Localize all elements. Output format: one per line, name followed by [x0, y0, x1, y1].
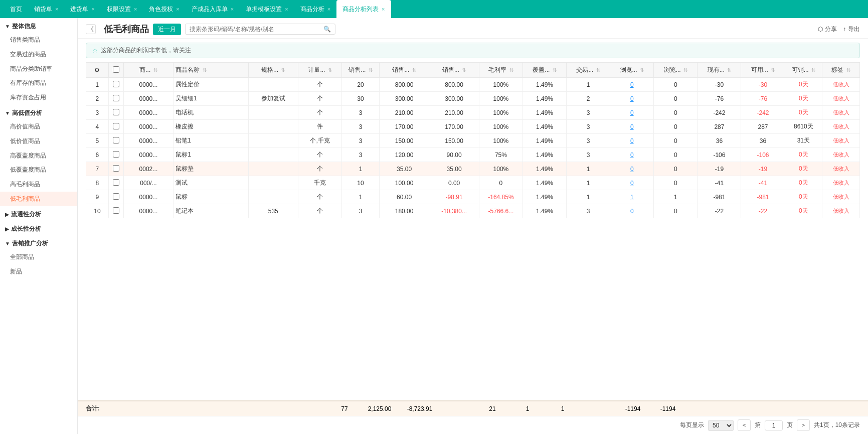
sidebar-item-traded-products[interactable]: 交易过的商品 [0, 47, 77, 62]
nav-close-auth-settings[interactable]: × [134, 6, 137, 12]
cell-spec: 参加复试 [248, 92, 298, 106]
nav-close-product-analysis-list[interactable]: × [382, 6, 385, 12]
sidebar-item-capital-usage[interactable]: 库存资金占用 [0, 90, 77, 105]
next-page-button[interactable]: ＞ [797, 419, 810, 431]
sidebar-group-value-analysis[interactable]: ▼ 高低值分析 [0, 105, 77, 119]
cell-price1: 150.00 [379, 134, 429, 148]
date-filter-button[interactable]: 近一月 [153, 24, 181, 35]
page-size-select[interactable]: 20 50 100 [708, 420, 734, 431]
th-settings[interactable]: ⚙ [86, 63, 109, 78]
th-browse2[interactable]: 浏览... ⇅ [654, 63, 698, 78]
sidebar-item-new-products[interactable]: 新品 [0, 264, 77, 279]
sidebar-item-high-coverage[interactable]: 高覆盖度商品 [0, 149, 77, 163]
cell-checkbox[interactable] [108, 92, 123, 106]
sidebar-item-low-margin[interactable]: 低毛利商品 [0, 192, 77, 206]
sidebar-item-category-rate[interactable]: 商品分类助销率 [0, 62, 77, 76]
cell-checkbox[interactable] [108, 134, 123, 148]
search-input[interactable] [190, 26, 321, 33]
th-stock[interactable]: 现有... ⇅ [698, 63, 741, 78]
th-unit[interactable]: 计量... ⇅ [298, 63, 342, 78]
nav-purchase[interactable]: 进货单 × [64, 0, 100, 18]
search-icon[interactable]: 🔍 [323, 26, 331, 33]
sidebar-group-circulation[interactable]: ▶ 流通性分析 [0, 206, 77, 221]
nav-product-analysis-list[interactable]: 商品分析列表 × [336, 0, 391, 18]
sidebar-item-high-margin[interactable]: 高毛利商品 [0, 177, 77, 192]
cell-qty: 1 [342, 190, 380, 204]
cell-checkbox[interactable] [108, 190, 123, 204]
cell-cover: 3 [567, 106, 610, 120]
sidebar-item-low-coverage[interactable]: 低覆盖度商品 [0, 163, 77, 177]
nav-role-auth[interactable]: 角色授权 × [143, 0, 185, 18]
collapse-sidebar-btn[interactable]: 《 [86, 24, 96, 34]
th-sales-amount[interactable]: 销售... ⇅ [379, 63, 429, 78]
cell-checkbox[interactable] [108, 204, 123, 218]
cell-price1: 210.00 [379, 106, 429, 120]
th-available[interactable]: 可用... ⇅ [741, 63, 785, 78]
content-area: 《 低毛利商品 近一月 🔍 ⬡ 分享 ↑ 导出 ☆ 这部分商品的利润非常低， [78, 18, 868, 434]
th-name[interactable]: 商品名称 ⇅ [173, 63, 248, 78]
th-sales-profit[interactable]: 销售... ⇅ [429, 63, 479, 78]
cell-tag: 低收入 [822, 204, 860, 218]
cell-checkbox[interactable] [108, 120, 123, 134]
cell-checkbox[interactable] [108, 106, 123, 120]
th-checkbox[interactable] [108, 63, 123, 78]
select-all-checkbox[interactable] [113, 66, 119, 73]
export-button[interactable]: ↑ 导出 [843, 25, 860, 34]
th-sale-days[interactable]: 可销... ⇅ [785, 63, 822, 78]
page-number-input[interactable] [765, 420, 783, 430]
cell-trade: 0 [610, 120, 654, 134]
nav-close-purchase[interactable]: × [91, 6, 94, 12]
sidebar-item-low-value[interactable]: 低价值商品 [0, 134, 77, 149]
cell-cover: 3 [567, 204, 610, 218]
nav-auth-settings[interactable]: 权限设置 × [101, 0, 143, 18]
nav-product-inbound[interactable]: 产成品入库单 × [186, 0, 240, 18]
cell-code: 0000... [123, 78, 173, 92]
footer-trade: 1 [510, 405, 545, 412]
cell-name: 属性定价 [173, 78, 248, 92]
sidebar-group-overall[interactable]: ▼ 整体信息 [0, 18, 77, 33]
cell-checkbox[interactable] [108, 148, 123, 162]
footer-cover: 21 [475, 405, 510, 412]
cell-price2: 800.00 [429, 78, 479, 92]
th-spec[interactable]: 规格... ⇅ [248, 63, 298, 78]
cell-checkbox[interactable] [108, 162, 123, 176]
th-sales-qty[interactable]: 销售... ⇅ [342, 63, 380, 78]
sidebar-item-high-value[interactable]: 高价值商品 [0, 119, 77, 134]
cell-checkbox[interactable] [108, 78, 123, 92]
cell-code: 0000... [123, 190, 173, 204]
nav-close-role-auth[interactable]: × [176, 6, 179, 12]
cell-stock: -981 [698, 190, 741, 204]
th-trade[interactable]: 交易... ⇅ [567, 63, 610, 78]
nav-home[interactable]: 首页 [4, 0, 28, 18]
content-header: 《 低毛利商品 近一月 🔍 ⬡ 分享 ↑ 导出 [78, 18, 868, 39]
sidebar-group-marketing[interactable]: ▼ 营销推广分析 [0, 235, 77, 250]
nav-sales[interactable]: 销货单 × [28, 0, 64, 18]
cell-stock: 36 [698, 134, 741, 148]
nav-close-product-inbound[interactable]: × [231, 6, 234, 12]
share-button[interactable]: ⬡ 分享 [818, 25, 837, 34]
sidebar-item-stocked-products[interactable]: 有库存的商品 [0, 76, 77, 90]
nav-close-product-analysis[interactable]: × [327, 6, 330, 12]
cell-trade: 0 [610, 106, 654, 120]
cell-unit: 个 [298, 190, 342, 204]
cell-code: 0000... [123, 204, 173, 218]
cell-spec [248, 176, 298, 190]
cell-code: 0000... [123, 134, 173, 148]
nav-product-analysis[interactable]: 商品分析 × [294, 0, 336, 18]
th-gross-rate[interactable]: 毛利率 ⇅ [479, 63, 523, 78]
th-coverage[interactable]: 覆盖... ⇅ [523, 63, 566, 78]
nav-close-template-settings[interactable]: × [285, 6, 288, 12]
cell-name: 鼠标垫 [173, 162, 248, 176]
nav-template-settings[interactable]: 单据模板设置 × [240, 0, 294, 18]
prev-page-button[interactable]: ＜ [738, 419, 751, 431]
sidebar-item-sales-products[interactable]: 销售类商品 [0, 33, 77, 47]
th-code[interactable]: 商... ⇅ [123, 63, 173, 78]
th-tag[interactable]: 标签 ⇅ [822, 63, 860, 78]
cell-unit: 千克 [298, 176, 342, 190]
nav-close-sales[interactable]: × [55, 6, 58, 12]
footer-label: 合计: [86, 404, 116, 413]
cell-checkbox[interactable] [108, 176, 123, 190]
th-browse1[interactable]: 浏览... ⇅ [610, 63, 654, 78]
sidebar-group-growth[interactable]: ▶ 成长性分析 [0, 221, 77, 235]
sidebar-item-all-products[interactable]: 全部商品 [0, 250, 77, 264]
